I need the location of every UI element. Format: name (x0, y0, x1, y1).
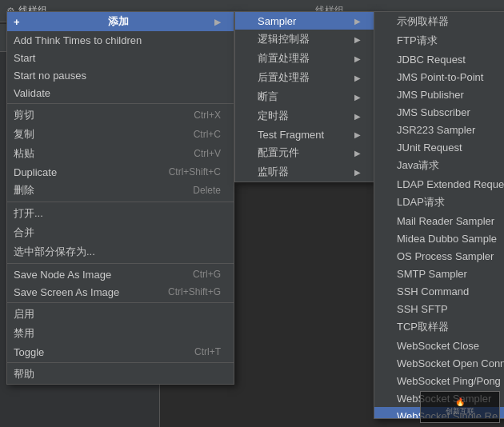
separator-1 (7, 103, 234, 104)
logic-controller-label: 逻辑控制器 (258, 32, 310, 46)
sampler-item-ldap-request[interactable]: LDAP请求 (374, 193, 504, 212)
duplicate-label: Duplicate (14, 166, 57, 178)
menu-item-enable[interactable]: 启用 (7, 305, 234, 324)
ssh-command-label: SSH Command (397, 285, 469, 297)
sampler-item-jms-publisher[interactable]: JMS Publisher (374, 86, 504, 103)
menu-item-disable[interactable]: 禁用 (7, 324, 234, 343)
menu-item-copy[interactable]: 复制 Ctrl+C (7, 125, 234, 144)
assertion-label: 断言 (258, 90, 278, 104)
menu-item-delete[interactable]: 删除 Delete (7, 181, 234, 200)
context-menu-main: + 添加 ▶ Add Think Times to children Start… (6, 11, 234, 385)
sample-collector-label: 示例取样器 (397, 14, 449, 29)
menu-item-cut[interactable]: 剪切 Ctrl+X (7, 106, 234, 125)
add-label: 添加 (108, 14, 129, 29)
junit-request-label: JUnit Request (397, 142, 462, 154)
sampler-item-os-process-sampler[interactable]: OS Process Sampler (374, 247, 504, 265)
separator-5 (7, 362, 234, 363)
post-processor-label: 后置处理器 (258, 70, 310, 85)
menu-item-toggle[interactable]: Toggle Ctrl+T (7, 343, 234, 361)
sampler-item-smtp-sampler[interactable]: SMTP Sampler (374, 265, 504, 282)
open-label: 打开... (14, 206, 43, 221)
sampler-item-junit-request[interactable]: JUnit Request (374, 138, 504, 156)
save-screen-as-image-label: Save Screen As Image (14, 286, 119, 298)
pre-processor-arrow: ▶ (354, 54, 361, 63)
add-submenu-logic-controller[interactable]: 逻辑控制器 ▶ (235, 30, 374, 49)
sampler-item-websocket-ping-pong[interactable]: WebSocket Ping/Pong (374, 372, 504, 389)
add-submenu-config-element[interactable]: 配置元件 ▶ (235, 143, 374, 162)
add-submenu-pre-processor[interactable]: 前置处理器 ▶ (235, 49, 374, 68)
save-screen-as-image-shortcut: Ctrl+Shift+G (168, 286, 221, 297)
sampler-item-websocket-open-connection[interactable]: WebSocket Open Connection (374, 354, 504, 372)
menu-item-save-part[interactable]: 选中部分保存为... (7, 242, 234, 261)
menu-item-merge[interactable]: 合并 (7, 223, 234, 242)
jms-subscriber-label: JMS Subscriber (397, 106, 470, 118)
save-node-as-image-shortcut: Ctrl+G (193, 269, 221, 280)
menu-item-start-no-pauses[interactable]: Start no pauses (7, 66, 234, 84)
jdbc-request-label: JDBC Request (397, 54, 466, 66)
menu-item-save-node-as-image[interactable]: Save Node As Image Ctrl+G (7, 265, 234, 283)
assertion-arrow: ▶ (354, 93, 361, 102)
add-submenu-listener[interactable]: 监听器 ▶ (235, 162, 374, 182)
cut-label: 剪切 (14, 108, 34, 122)
add-submenu: Sampler ▶ 逻辑控制器 ▶ 前置处理器 ▶ 后置处理器 ▶ 断言 ▶ 定… (234, 11, 374, 182)
paste-label: 粘贴 (14, 146, 34, 161)
config-element-arrow: ▶ (354, 149, 361, 158)
menu-item-duplicate[interactable]: Duplicate Ctrl+Shift+C (7, 163, 234, 181)
merge-label: 合并 (14, 225, 34, 240)
java-request-label: Java请求 (397, 158, 439, 173)
ldap-request-label: LDAP请求 (397, 195, 445, 210)
smtp-sampler-label: SMTP Sampler (397, 268, 467, 280)
menu-item-start[interactable]: Start (7, 49, 234, 66)
paste-shortcut: Ctrl+V (194, 148, 221, 159)
sampler-item-mail-reader-sampler[interactable]: Mail Reader Sampler (374, 212, 504, 229)
menu-item-paste[interactable]: 粘贴 Ctrl+V (7, 144, 234, 163)
cut-shortcut: Ctrl+X (194, 110, 221, 121)
add-arrow: ▶ (214, 18, 221, 26)
ssh-sftp-label: SSH SFTP (397, 303, 448, 315)
add-icon: + (14, 16, 20, 28)
enable-label: 启用 (14, 307, 34, 321)
listener-label: 监听器 (258, 165, 289, 179)
menu-item-add-think-times[interactable]: Add Think Times to children (7, 31, 234, 49)
sampler-item-ftp-request[interactable]: FTP请求 (374, 31, 504, 50)
sampler-item-tcp-sampler[interactable]: TCP取样器 (374, 317, 504, 337)
add-submenu-assertion[interactable]: 断言 ▶ (235, 87, 374, 106)
add-submenu-sampler[interactable]: Sampler ▶ (235, 12, 374, 30)
menu-item-validate[interactable]: Validate (7, 84, 234, 102)
sampler-item-java-request[interactable]: Java请求 (374, 156, 504, 175)
menu-item-help[interactable]: 帮助 (7, 365, 234, 384)
watermark-line1: 创新互联 (446, 406, 474, 417)
menu-item-add[interactable]: + 添加 ▶ (7, 12, 234, 31)
websocket-open-connection-label: WebSocket Open Connection (397, 357, 504, 369)
sampler-item-jsr223-sampler[interactable]: JSR223 Sampler (374, 121, 504, 138)
save-part-label: 选中部分保存为... (14, 245, 95, 259)
watermark-logo-icon: 🔥 (446, 397, 474, 406)
save-node-as-image-label: Save Node As Image (14, 269, 111, 281)
sampler-item-jms-point-to-point[interactable]: JMS Point-to-Point (374, 68, 504, 86)
test-fragment-label: Test Fragment (258, 129, 324, 141)
add-submenu-timer[interactable]: 定时器 ▶ (235, 106, 374, 126)
sampler-item-websocket-close[interactable]: WebSocket Close (374, 337, 504, 354)
add-submenu-post-processor[interactable]: 后置处理器 ▶ (235, 68, 374, 87)
menu-item-open[interactable]: 打开... (7, 204, 234, 223)
sampler-item-ssh-command[interactable]: SSH Command (374, 282, 504, 300)
pre-processor-label: 前置处理器 (258, 51, 310, 66)
sampler-item-midea-dubbo-sample[interactable]: Midea Dubbo Sample (374, 229, 504, 247)
sampler-arrow: ▶ (354, 17, 361, 26)
post-processor-arrow: ▶ (354, 74, 361, 82)
separator-4 (7, 302, 234, 303)
sampler-item-sample-collector[interactable]: 示例取样器 (374, 12, 504, 31)
logic-controller-arrow: ▶ (354, 35, 361, 44)
menu-item-save-screen-as-image[interactable]: Save Screen As Image Ctrl+Shift+G (7, 283, 234, 301)
sampler-item-jdbc-request[interactable]: JDBC Request (374, 50, 504, 68)
disable-label: 禁用 (14, 326, 34, 341)
sampler-item-jms-subscriber[interactable]: JMS Subscriber (374, 103, 504, 121)
separator-2 (7, 202, 234, 202)
sampler-item-ssh-sftp[interactable]: SSH SFTP (374, 300, 504, 317)
test-fragment-arrow: ▶ (354, 130, 361, 139)
toggle-label: Toggle (14, 346, 44, 358)
add-submenu-test-fragment[interactable]: Test Fragment ▶ (235, 126, 374, 143)
duplicate-shortcut: Ctrl+Shift+C (169, 166, 221, 178)
sampler-item-ldap-extended-request[interactable]: LDAP Extended Request (374, 175, 504, 193)
delete-label: 删除 (14, 183, 34, 198)
